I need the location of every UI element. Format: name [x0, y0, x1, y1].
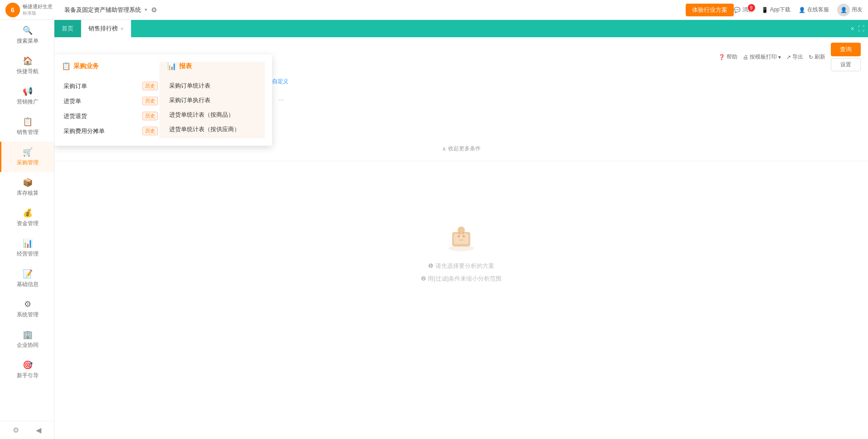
enterprise-icon: 🏢 — [23, 330, 33, 340]
sidebar-label-purchase: 采购管理 — [17, 159, 39, 167]
search-icon: 🔍 — [23, 25, 33, 35]
top-header: 6 畅捷通好生意 标准版 装备及固定资产辅助管理系统 ▾ ⚙ 体验行业方案 💬 … — [0, 0, 868, 20]
inventory-icon: 📦 — [23, 178, 33, 187]
dropdown-item-receipt-by-product[interactable]: 进货单统计表（按商品） — [167, 108, 265, 122]
sidebar-label-search: 搜索菜单 — [17, 37, 39, 45]
sidebar-label-sales: 销售管理 — [17, 128, 39, 136]
service-icon: 👤 — [799, 7, 805, 13]
tab-expand-icon[interactable]: ⛶ — [858, 25, 864, 32]
sidebar-label-operations: 经营管理 — [17, 250, 39, 258]
sidebar-settings-btn[interactable]: ⚙ — [13, 426, 19, 434]
history-tag-0: 历史 — [142, 82, 158, 90]
dropdown-item-purchase-receipt[interactable]: 进货单 历史 — [62, 94, 160, 109]
collapse-label: 收起更多条件 — [448, 145, 481, 153]
print-label: 按模板打印 — [750, 53, 777, 61]
dropdown-item-receipt-by-supplier[interactable]: 进货单统计表（按供应商） — [167, 122, 265, 137]
user-area[interactable]: 👤 用友 — [837, 4, 863, 16]
sidebar-label-base-info: 基础信息 — [17, 281, 39, 288]
help-label: 帮助 — [727, 53, 737, 61]
sidebar-item-enterprise[interactable]: 🏢 企业协同 — [0, 324, 54, 355]
sidebar-item-sales[interactable]: 📋 销售管理 — [0, 111, 54, 142]
reports-title-label: 报表 — [179, 62, 192, 70]
custom-date-link[interactable]: 自定义 — [272, 78, 288, 85]
title-arrow-icon[interactable]: ▾ — [145, 7, 147, 13]
message-btn[interactable]: 💬 消息 9 — [734, 6, 753, 14]
svg-point-8 — [458, 235, 460, 237]
sidebar-item-purchase[interactable]: 🛒 采购管理 — [0, 142, 54, 172]
tab-bar: 首页 销售排行榜 × × ⛶ — [54, 20, 868, 37]
username: 用友 — [852, 6, 863, 14]
print-arrow-icon: ▾ — [778, 54, 781, 60]
export-icon: ↗ — [786, 54, 791, 60]
logo-icon: 6 — [5, 3, 20, 17]
sidebar-item-marketing[interactable]: 📢 营销推广 — [0, 81, 54, 111]
sidebar-bottom: ⚙ ◀ — [0, 421, 54, 439]
settings-button[interactable]: 设置 — [831, 58, 861, 71]
sidebar-label-quick-nav: 快捷导航 — [17, 68, 39, 75]
dropdown-reports-title: 📊 报表 — [167, 62, 265, 73]
print-icon: 🖨 — [743, 54, 748, 60]
export-btn[interactable]: ↗ 导出 — [786, 53, 803, 61]
message-icon: 💬 — [734, 7, 741, 13]
app-download-btn[interactable]: 📱 App下载 — [761, 6, 790, 14]
sidebar-label-guide: 新手引导 — [17, 372, 39, 380]
sales-icon: 📋 — [23, 117, 33, 127]
industry-btn[interactable]: 体验行业方案 — [686, 4, 734, 16]
empty-illustration — [443, 221, 479, 257]
svg-rect-4 — [454, 234, 468, 244]
sidebar: 🔍 搜索菜单 🏠 快捷导航 📢 营销推广 📋 销售管理 🛒 采购管理 📦 库存核… — [0, 20, 54, 439]
system-title: 装备及固定资产辅助管理系统 — [64, 6, 141, 14]
tab-home-label: 首页 — [62, 25, 73, 33]
print-btn[interactable]: 🖨 按模板打印 ▾ — [743, 53, 781, 61]
sidebar-item-inventory[interactable]: 📦 库存核算 — [0, 172, 54, 202]
purchase-icon: 🛒 — [23, 147, 33, 157]
content-area: 首页 销售排行榜 × × ⛶ ❓ 帮助 — [54, 20, 868, 439]
export-label: 导出 — [792, 53, 803, 61]
dropdown-item-purchase-order[interactable]: 采购订单 历史 — [62, 79, 160, 94]
refresh-icon: ↻ — [809, 54, 813, 60]
sidebar-label-system: 系统管理 — [17, 311, 39, 319]
settings-gear-icon[interactable]: ⚙ — [151, 6, 157, 14]
system-title-area: 装备及固定资产辅助管理系统 ▾ ⚙ — [60, 6, 680, 14]
sidebar-item-base-info[interactable]: 📝 基础信息 — [0, 263, 54, 294]
system-icon: ⚙ — [24, 299, 31, 309]
sidebar-item-system[interactable]: ⚙ 系统管理 — [0, 294, 54, 324]
user-avatar: 👤 — [837, 4, 850, 16]
operations-icon: 📊 — [23, 238, 33, 248]
phone-icon: 📱 — [761, 7, 768, 13]
tab-close-all-icon[interactable]: × — [851, 25, 854, 32]
collapse-arrow-icon: ∧ — [442, 146, 446, 152]
dropdown-item-purchase-expense[interactable]: 采购费用分摊单 历史 — [62, 123, 160, 138]
sidebar-item-operations[interactable]: 📊 经营管理 — [0, 233, 54, 263]
sidebar-collapse-btn[interactable]: ◀ — [36, 426, 41, 434]
history-tag-2: 历史 — [142, 112, 158, 120]
page-content: ❓ 帮助 🖨 按模板打印 ▾ ↗ 导出 ↻ 刷新 — [54, 37, 868, 439]
tab-close-icon[interactable]: × — [121, 26, 123, 31]
svg-point-5 — [458, 227, 465, 234]
product-dots[interactable]: ... — [278, 95, 283, 102]
online-service-btn[interactable]: 👤 在线客服 — [799, 6, 829, 14]
tab-right-controls: × ⛶ — [851, 25, 868, 32]
query-button[interactable]: 查询 — [831, 43, 861, 56]
sidebar-label-finance: 资金管理 — [17, 220, 39, 227]
dropdown-item-purchase-return[interactable]: 进货退货 历史 — [62, 109, 160, 123]
dropdown-purchase-title: 📋 采购业务 — [62, 62, 160, 73]
sidebar-item-search[interactable]: 🔍 搜索菜单 — [0, 20, 54, 50]
dropdown-menu: 📋 采购业务 采购订单 历史 进货单 历史 进货退货 历史 — [54, 54, 272, 146]
logo-name: 畅捷通好生意 — [23, 3, 53, 10]
svg-point-9 — [463, 235, 465, 237]
refresh-btn[interactable]: ↻ 刷新 — [809, 53, 825, 61]
sidebar-label-marketing: 营销推广 — [17, 98, 39, 106]
help-btn[interactable]: ❓ 帮助 — [718, 53, 737, 61]
sidebar-item-guide[interactable]: 🎯 新手引导 — [0, 355, 54, 385]
history-tag-3: 历史 — [142, 127, 158, 135]
sidebar-item-finance[interactable]: 💰 资金管理 — [0, 202, 54, 233]
svg-text:6: 6 — [11, 6, 15, 14]
dropdown-col-purchase: 📋 采购业务 采购订单 历史 进货单 历史 进货退货 历史 — [62, 62, 160, 138]
dropdown-item-order-exec[interactable]: 采购订单执行表 — [167, 93, 265, 108]
sidebar-item-quick-nav[interactable]: 🏠 快捷导航 — [0, 50, 54, 81]
tab-home[interactable]: 首页 — [54, 20, 81, 37]
tab-sales-rank[interactable]: 销售排行榜 × — [81, 20, 131, 37]
online-service-label: 在线客服 — [807, 6, 829, 14]
dropdown-item-order-stats[interactable]: 采购订单统计表 — [167, 79, 265, 93]
